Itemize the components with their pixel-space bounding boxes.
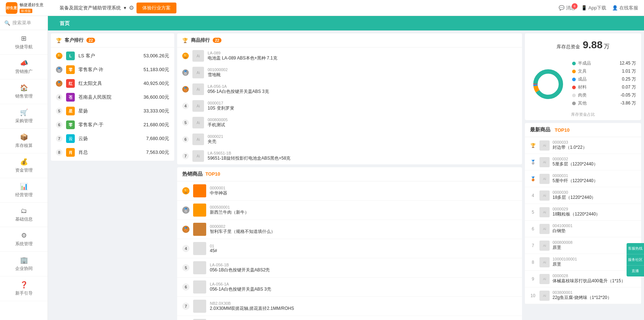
product-rank-item-1[interactable]: 🏆 Ai LA-089 电池盖 LA-089 ABS本色+黑种 7.1克	[177, 48, 522, 64]
left-column: 🏆 客户排行 22 🏆 L LS 客户 53,006.26元 🥈	[51, 33, 174, 317]
new-product-item-10[interactable]: 10 Ai 003800001 22g鱼豆腐-烧烤味（1*12*20）	[525, 287, 641, 304]
customer-rank-item-4[interactable]: 4 苍 苍南县人民医院 36,600.00元	[51, 90, 174, 104]
base-icon: 🗂	[21, 207, 27, 215]
legend-dot-6	[572, 102, 576, 105]
logo-badge: 标准版	[20, 9, 32, 13]
sidebar-item-base[interactable]: 🗂 基础信息	[0, 203, 48, 227]
product-rank-item-7[interactable]: 7 Ai LA-59651-1B 59651-1B旋转投影灯电池盒ABS黑色+5…	[177, 148, 522, 164]
legend-item-5: 肉类 -0.05 万	[572, 92, 636, 98]
sidebar-item-guide[interactable]: ❓ 新手引导	[0, 276, 48, 301]
new-img-5: Ai	[539, 207, 550, 217]
new-products-header: 最新商品 TOP10	[525, 123, 641, 137]
prod-code-4: 0000017	[208, 101, 517, 105]
search-label: 搜索菜单	[12, 20, 31, 26]
sidebar-search[interactable]: 🔍 搜索菜单	[0, 16, 48, 30]
customer-rank-item-3[interactable]: 🥉 红 红太阳文具 40,925.00元	[51, 77, 174, 90]
prod-name-7: 59651-1B旋转投影灯电池盒ABS黑色+58克	[208, 155, 517, 161]
message-button[interactable]: 💬 消息 6	[559, 5, 575, 11]
hot-item-7[interactable]: 7 NB2.0X30B 2.0X30MM双搓花轴,搓花直径2.1MM/ROHS	[177, 297, 522, 316]
sales-icon: 🏠	[20, 84, 28, 92]
service-button[interactable]: 👤 在线客服	[612, 5, 638, 11]
customer-rank-item-2[interactable]: 🥈 零 零售客户·许 51,183.00元	[51, 63, 174, 77]
new-product-item-9[interactable]: 9 Ai 0000028 体械嘉枝味苏打饮品400毫升（1*15）	[525, 271, 641, 287]
product-rank-item-2[interactable]: 🥈 Ai 001000002 雪地靴	[177, 64, 522, 81]
sidebar-item-operations[interactable]: 📊 经营管理	[0, 178, 48, 203]
new-info-7: 000800008 原垩	[553, 240, 572, 251]
cs-hotline[interactable]: 客服热线	[627, 243, 644, 254]
customer-value-5: 33,333.00元	[143, 108, 169, 114]
prod-code-6: 0000021	[208, 134, 517, 139]
hot-info-6: LA-056-1A 056-1A白色按键开关盖ABS 3壳	[210, 282, 271, 292]
customer-value-1: 53,006.26元	[143, 53, 169, 59]
customer-rank-item-7[interactable]: 7 云 云扬 7,680.00元	[51, 132, 174, 145]
hot-item-3[interactable]: 🥉 0000002 智利车子里（规格不知道填什么）	[177, 220, 522, 239]
product-rank-item-5[interactable]: 5 Ai 000800005 手机测试	[177, 114, 522, 131]
new-product-item-6[interactable]: 6 Ai 004100001 白钢垫	[525, 221, 641, 237]
hot-img-6	[193, 280, 206, 294]
new-product-item-5[interactable]: 5 Ai 0000029 18颗粒板（1220*2440）	[525, 204, 641, 221]
hot-item-4[interactable]: 4 01 45#	[177, 239, 522, 258]
new-product-item-8[interactable]: 8 Ai 10000100001 原垩	[525, 254, 641, 271]
customer-avatar-8: 肖	[66, 148, 75, 157]
legend-item-4: 材料 0.07 万	[572, 84, 636, 90]
page-header: 首页	[48, 16, 644, 30]
new-img-1: Ai	[539, 140, 550, 151]
cs-community[interactable]: 服务社区	[627, 254, 644, 266]
new-product-item-2[interactable]: 🥈 Ai 0000032 5厘多层（1220*2440）	[525, 154, 641, 171]
customer-rank-item-1[interactable]: 🏆 L LS 客户 53,006.26元	[51, 49, 174, 63]
new-rank-6: 6	[529, 226, 537, 231]
sidebar-item-system[interactable]: ⚙ 系统管理	[0, 227, 48, 252]
sidebar-item-quick-nav[interactable]: ⊞ 快捷导航	[0, 30, 48, 55]
hot-item-8[interactable]: 8 0000011 12070519-xs	[177, 316, 522, 320]
logo-area: 好生意 畅捷通好生意 标准版	[6, 2, 54, 14]
sidebar-item-inventory[interactable]: 📦 库存核算	[0, 129, 48, 153]
system-selector[interactable]: 装备及固定资产辅助管理系统 ▾	[60, 5, 126, 11]
hot-item-6[interactable]: 6 LA-056-1A 056-1A白色按键开关盖ABS 3壳	[177, 278, 522, 297]
hot-item-2[interactable]: 🥈 000500001 新西兰牛肉（新牛）	[177, 201, 522, 220]
sidebar: 🔍 搜索菜单 ⊞ 快捷导航 📣 营销推广 🏠 销售管理 🛒 采购管理 📦 库存核…	[0, 16, 48, 320]
sidebar-item-sales[interactable]: 🏠 销售管理	[0, 79, 48, 104]
gear-button[interactable]: ⚙	[126, 3, 136, 13]
cs-live[interactable]: 直播	[627, 266, 644, 276]
prod-img-5: Ai	[192, 117, 204, 128]
customer-name-1: LS 客户	[78, 53, 140, 59]
sidebar-item-enterprise[interactable]: 🏢 企业协同	[0, 252, 48, 276]
new-img-2: Ai	[539, 157, 550, 167]
new-product-item-4[interactable]: 4 Ai 0000030 18多层（1220*2440）	[525, 187, 641, 204]
new-info-1: 0000033 封边带（1.0*22）	[553, 140, 587, 151]
legend-dot-5	[572, 94, 576, 97]
trial-button[interactable]: 体验行业方案	[136, 3, 176, 13]
hot-item-1[interactable]: 🏆 0000001 中华神器	[177, 181, 522, 201]
new-product-item-1[interactable]: 🏆 Ai 0000033 封边带（1.0*22）	[525, 137, 641, 154]
legend-dot-4	[572, 86, 576, 89]
product-rank-item-3[interactable]: 🥉 Ai LA-056-1A 056-1A白色按键开关盖ABS 3克	[177, 81, 522, 98]
customer-avatar-7: 云	[66, 134, 75, 143]
new-product-item-7[interactable]: 7 Ai 000800008 原垩	[525, 237, 641, 254]
app-download-button[interactable]: 📱 App下载	[581, 5, 606, 11]
product-rank-item-4[interactable]: 4 Ai 0000017 10S 变刹罗叟	[177, 98, 522, 114]
customer-rank-item-6[interactable]: 6 零 零售客户·于 21,680.00元	[51, 118, 174, 132]
customer-rank-item-5[interactable]: 5 星 星扬 33,333.00元	[51, 104, 174, 118]
dropdown-icon[interactable]: ▾	[124, 5, 126, 11]
new-product-item-3[interactable]: 🥉 Ai 0000031 5厘中纤（1220*2440）	[525, 171, 641, 187]
legend-item-6: 其他 -3.86 万	[572, 100, 636, 106]
hot-img-4	[193, 242, 206, 255]
prod-img-1: Ai	[192, 50, 204, 62]
prod-code-2: 001000002	[208, 67, 517, 72]
sidebar-item-purchase[interactable]: 🛒 采购管理	[0, 104, 48, 129]
inventory-card: 库存总资金 9.88 万	[525, 33, 641, 120]
new-rank-5: 5	[529, 210, 537, 215]
prod-name-3: 056-1A白色按键开关盖ABS 3克	[208, 89, 517, 95]
prod-img-3: Ai	[192, 83, 204, 95]
donut-chart	[530, 66, 566, 102]
sidebar-item-finance[interactable]: 💰 资金管理	[0, 153, 48, 178]
customer-rank-item-8[interactable]: 8 肖 肖总 7,563.00元	[51, 145, 174, 159]
product-rank-item-6[interactable]: 6 Ai 0000021 夹壳	[177, 131, 522, 148]
prod-rank-5: 5	[182, 119, 189, 126]
hot-item-5[interactable]: 5 LA-056-1B 056-1B白色按键开关盖ABS2壳	[177, 258, 522, 278]
legend-item-3: 成品 0.25 万	[572, 76, 636, 82]
hot-rank-3: 🥉	[182, 226, 189, 233]
sidebar-item-marketing[interactable]: 📣 营销推广	[0, 55, 48, 79]
hot-rank-2: 🥈	[182, 206, 189, 214]
hot-img-5	[193, 261, 206, 274]
